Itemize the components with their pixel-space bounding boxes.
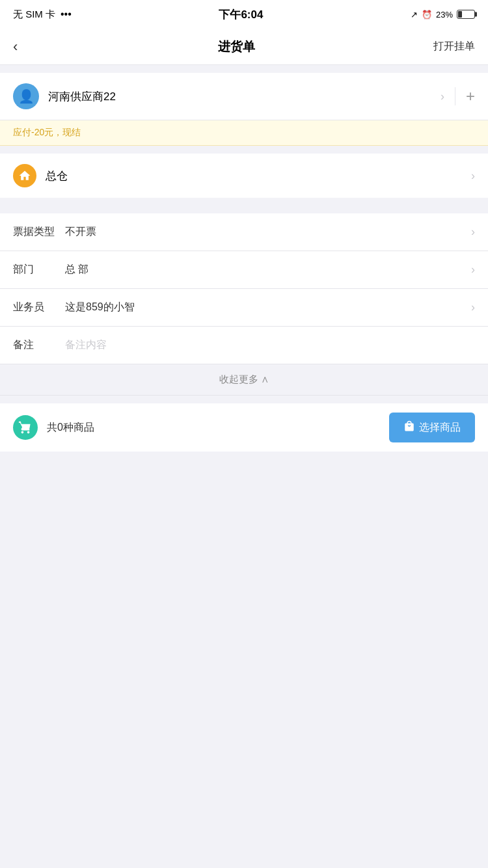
remark-label: 备注	[13, 338, 65, 352]
collapse-label: 收起更多 ∧	[219, 373, 269, 385]
department-row[interactable]: 部门 总 部 ›	[0, 251, 488, 289]
supplier-row[interactable]: 👤 河南供应商22 › +	[0, 73, 488, 120]
product-count: 共0种商品	[47, 421, 389, 435]
warehouse-row[interactable]: 总仓 ›	[0, 154, 488, 198]
salesperson-chevron-icon: ›	[471, 301, 475, 314]
supplier-section: 👤 河南供应商22 › + 应付-20元，现结	[0, 73, 488, 146]
product-icon	[13, 415, 38, 440]
warehouse-name: 总仓	[46, 169, 471, 183]
salesperson-label: 业务员	[13, 301, 65, 314]
cart-icon	[403, 420, 415, 435]
select-product-button[interactable]: 选择商品	[389, 413, 475, 442]
select-product-label: 选择商品	[419, 421, 461, 435]
supplier-name: 河南供应商22	[48, 89, 441, 104]
invoice-type-value: 不开票	[65, 225, 471, 239]
form-section: 票据类型 不开票 › 部门 总 部 › 业务员 这是859的小智 › 备注 备注…	[0, 213, 488, 364]
open-pending-button[interactable]: 打开挂单	[433, 40, 475, 53]
supplier-avatar: 👤	[13, 83, 39, 109]
invoice-type-row[interactable]: 票据类型 不开票 ›	[0, 213, 488, 251]
location-icon: ↗	[411, 10, 418, 20]
notice-bar: 应付-20元，现结	[0, 120, 488, 146]
carrier-text: 无 SIM 卡	[13, 8, 55, 21]
wifi-icon: •••	[61, 8, 72, 20]
department-chevron-icon: ›	[471, 263, 475, 277]
divider	[455, 87, 455, 105]
spacer-3	[0, 198, 488, 206]
alarm-icon: ⏰	[422, 10, 432, 20]
status-bar: 无 SIM 卡 ••• 下午6:04 ↗ ⏰ 23%	[0, 0, 488, 29]
status-left: 无 SIM 卡 •••	[13, 8, 72, 21]
warehouse-icon	[13, 164, 36, 187]
spacer-2	[0, 146, 488, 154]
nav-bar: ‹ 进货单 打开挂单	[0, 29, 488, 65]
salesperson-value: 这是859的小智	[65, 301, 471, 314]
battery-icon	[457, 10, 475, 19]
page-title: 进货单	[218, 38, 255, 55]
battery-text: 23%	[436, 10, 453, 20]
department-label: 部门	[13, 263, 65, 277]
notice-text: 应付-20元，现结	[13, 127, 81, 137]
warehouse-chevron-icon: ›	[471, 169, 475, 183]
status-time: 下午6:04	[219, 7, 263, 22]
spacer-1	[0, 65, 488, 73]
invoice-type-label: 票据类型	[13, 225, 65, 239]
product-bar: 共0种商品 选择商品	[0, 403, 488, 452]
warehouse-section: 总仓 ›	[0, 154, 488, 198]
avatar-icon: 👤	[18, 88, 34, 104]
status-right: ↗ ⏰ 23%	[411, 10, 475, 20]
invoice-type-chevron-icon: ›	[471, 225, 475, 239]
back-button[interactable]: ‹	[13, 38, 39, 55]
salesperson-row[interactable]: 业务员 这是859的小智 ›	[0, 289, 488, 327]
add-supplier-button[interactable]: +	[466, 87, 475, 105]
supplier-chevron-icon: ›	[441, 90, 444, 103]
remark-row[interactable]: 备注 备注内容	[0, 327, 488, 364]
department-value: 总 部	[65, 263, 471, 277]
bottom-gray-area	[0, 452, 488, 647]
collapse-bar[interactable]: 收起更多 ∧	[0, 364, 488, 396]
remark-placeholder: 备注内容	[65, 338, 475, 352]
